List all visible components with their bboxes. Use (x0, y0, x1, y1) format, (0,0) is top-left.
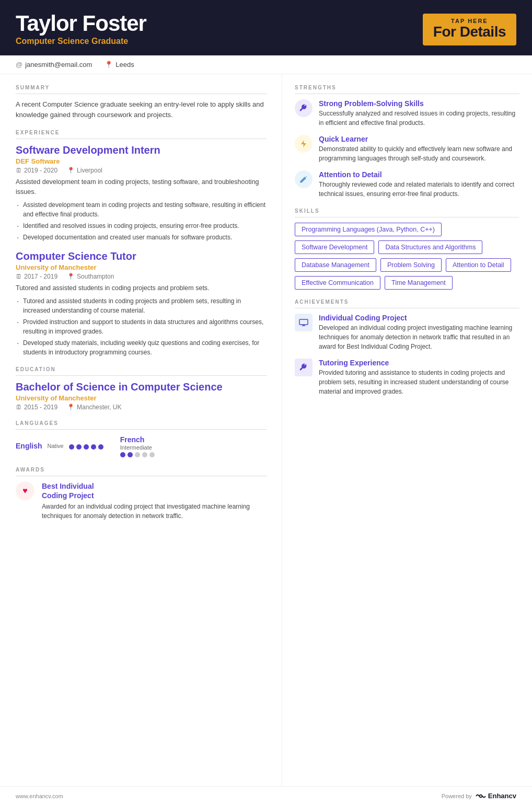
pencil-icon (299, 175, 308, 184)
summary-section: SUMMARY A recent Computer Science gradua… (16, 85, 267, 120)
achievement-2: Tutoring Experience Provided tutoring an… (295, 359, 519, 396)
experience-section: EXPERIENCE Software Development Intern D… (16, 130, 267, 356)
calendar-icon-edu: 🗓 (16, 404, 22, 411)
job-2-location: 📍 Southampton (67, 273, 114, 280)
strength-3-desc: Thoroughly reviewed code and related mat… (319, 180, 519, 199)
job-1-bullets: Assisted development team in coding proj… (16, 200, 267, 242)
experience-label: EXPERIENCE (16, 130, 267, 135)
for-details-label: For Details (433, 24, 506, 40)
job-2: Computer Science Tutor University of Man… (16, 250, 267, 357)
monitor-icon (299, 319, 308, 326)
lightning-icon (299, 139, 308, 148)
strengths-label: STRENGTHS (295, 85, 519, 90)
skill-attention: Attention to Detail (446, 258, 511, 272)
job-2-bullet-3: Developed study materials, including wee… (16, 338, 267, 357)
job-1-bullet-1: Assisted development team in coding proj… (16, 200, 267, 219)
skill-dsa: Data Structures and Algorithms (378, 240, 482, 254)
achievement-2-title: Tutoring Experience (319, 359, 519, 367)
contact-bar: @ janesmith@email.com 📍 Leeds (0, 55, 532, 74)
job-2-company: University of Manchester (16, 263, 267, 271)
achievements-divider (295, 308, 519, 308)
job-2-bullet-1: Tutored and assisted students in coding … (16, 296, 267, 315)
job-1-location: 📍 Liverpool (67, 167, 102, 174)
calendar-icon-1: 🗓 (16, 167, 22, 174)
achievements-label: ACHIEVEMENTS (295, 299, 519, 305)
strength-3-content: Attention to Detail Thoroughly reviewed … (319, 170, 519, 199)
strength-1-desc: Successfully analyzed and resolved issue… (319, 109, 519, 128)
enhancv-brand-name: Enhancv (488, 792, 516, 800)
resume-page: Taylor Foster Computer Science Graduate … (0, 0, 532, 805)
edu-dates: 🗓 2015 - 2019 (16, 404, 57, 411)
skills-label: SKILLS (295, 208, 519, 214)
strength-1-content: Strong Problem-Solving Skills Successful… (319, 99, 519, 128)
french-dots (120, 452, 155, 457)
dot (142, 452, 147, 457)
location-value: Leeds (115, 61, 134, 68)
achievement-1: Individual Coding Project Developed an i… (295, 314, 519, 351)
job-1-bullet-2: Identified and resolved issues in coding… (16, 221, 267, 231)
svg-rect-1 (299, 319, 308, 325)
award-desc: Awarded for an individual coding project… (42, 502, 267, 521)
strength-2-desc: Demonstrated ability to quickly and effe… (319, 144, 519, 163)
job-1-company: DEF Software (16, 157, 267, 165)
summary-text: A recent Computer Science graduate seeki… (16, 99, 267, 120)
tap-here-button[interactable]: TAP HERE For Details (423, 14, 516, 45)
heart-icon: ♥ (22, 486, 28, 496)
skill-time: Time Management (385, 276, 453, 290)
education-section: EDUCATION Bachelor of Science in Compute… (16, 366, 267, 411)
dot (128, 452, 133, 457)
strength-1-title: Strong Problem-Solving Skills (319, 99, 519, 108)
awards-divider (16, 476, 267, 476)
languages-section: LANGUAGES English Native (16, 420, 267, 457)
achievements-section: ACHIEVEMENTS Individual Coding Project D… (295, 299, 519, 396)
job-1: Software Development Intern DEF Software… (16, 144, 267, 242)
english-dots (69, 444, 103, 450)
skills-divider (295, 217, 519, 217)
location-icon: 📍 (105, 61, 113, 68)
strength-2-icon-wrap (295, 135, 313, 153)
dot (69, 444, 74, 450)
french-name: French (120, 435, 145, 444)
strengths-section: STRENGTHS Strong Problem-Solving Skills … (295, 85, 519, 199)
achievement-2-icon-wrap (295, 359, 313, 376)
pin-icon-2: 📍 (67, 273, 75, 280)
skill-database: Database Management (295, 258, 376, 272)
languages-label: LANGUAGES (16, 420, 267, 426)
award-title: Best IndividualCoding Project (42, 481, 267, 500)
job-2-desc: Tutored and assisted students in coding … (16, 283, 267, 293)
job-2-bullet-2: Provided instruction and support to stud… (16, 317, 267, 336)
job-1-meta: 🗓 2019 - 2020 📍 Liverpool (16, 167, 267, 174)
pin-icon-1: 📍 (67, 167, 75, 174)
strength-3: Attention to Detail Thoroughly reviewed … (295, 170, 519, 199)
job-2-bullets: Tutored and assisted students in coding … (16, 296, 267, 357)
job-2-dates: 🗓 2017 - 2019 (16, 273, 57, 280)
skills-section: SKILLS Programming Languages (Java, Pyth… (295, 208, 519, 290)
email-value: janesmith@email.com (25, 61, 92, 68)
edu-location: 📍 Manchester, UK (67, 404, 121, 411)
summary-divider (16, 94, 267, 94)
right-column: STRENGTHS Strong Problem-Solving Skills … (282, 74, 532, 786)
strength-3-icon-wrap (295, 170, 313, 188)
dot (149, 452, 155, 457)
header-left: Taylor Foster Computer Science Graduate (16, 12, 146, 46)
job-2-title: Computer Science Tutor (16, 250, 267, 262)
job-1-bullet-3: Developed documentation and created user… (16, 233, 267, 242)
edu-school: University of Manchester (16, 394, 267, 402)
footer: www.enhancv.com Powered by Enhancv (0, 786, 532, 805)
achievement-1-content: Individual Coding Project Developed an i… (319, 314, 519, 351)
email-icon: @ (16, 61, 22, 68)
edu-meta: 🗓 2015 - 2019 📍 Manchester, UK (16, 404, 267, 411)
footer-url: www.enhancv.com (16, 793, 63, 799)
language-english: English Native (16, 442, 103, 450)
achievement-2-content: Tutoring Experience Provided tutoring an… (319, 359, 519, 396)
dot (84, 444, 89, 450)
english-level: Native (48, 443, 64, 449)
header-subtitle: Computer Science Graduate (16, 37, 146, 46)
dot (76, 444, 82, 450)
education-divider (16, 375, 267, 376)
french-level: Intermediate (120, 444, 155, 451)
header: Taylor Foster Computer Science Graduate … (0, 0, 532, 55)
strength-2-title: Quick Learner (319, 135, 519, 143)
achievement-2-desc: Provided tutoring and assistance to stud… (319, 368, 519, 396)
strength-1-icon-wrap (295, 99, 313, 117)
